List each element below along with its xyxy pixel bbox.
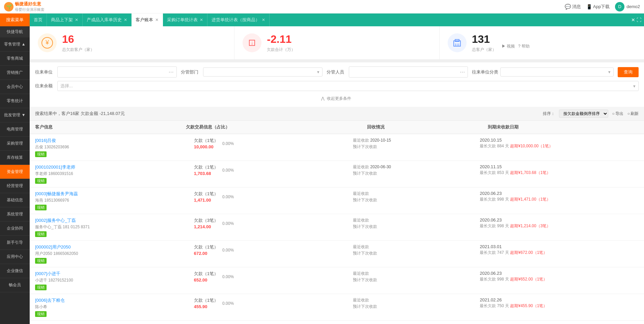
query-button[interactable]: 查询 <box>618 67 639 77</box>
sidebar-item-retail-mall[interactable]: 零售商城 <box>0 52 30 66</box>
collapse-bar[interactable]: ⋀ 收起更多条件 <box>35 94 639 103</box>
customer-name-2[interactable]: [0001020001]李老师 <box>35 164 194 170</box>
sort-select[interactable]: 按欠款金额倒序排序 <box>559 110 608 118</box>
maximize-icon[interactable]: ⛶ <box>637 17 641 23</box>
stat-value-debt: -2.11 <box>267 33 295 46</box>
sidebar-item-member[interactable]: 会员中心 <box>0 80 30 94</box>
tab-product-shelf[interactable]: 商品上下架 ✕ <box>47 13 83 26</box>
customer-name-5[interactable]: [000002]用户2050 <box>35 244 194 250</box>
sidebar-item-inventory[interactable]: 库存核算 <box>0 151 30 165</box>
recovery-next-1: 预计下次收款 <box>353 144 480 150</box>
refresh-btn[interactable]: ○ 刷新 <box>627 111 639 117</box>
overdue-link-6[interactable]: 超期¥652.00（1笔） <box>510 277 547 282</box>
filter-select-category[interactable]: ▾ <box>500 67 614 77</box>
filter-row-2: 往来余额 选择... ▾ <box>35 81 639 91</box>
customer-name-3[interactable]: [0003]畅捷服务尹海蕊 <box>35 191 194 197</box>
export-btn[interactable]: ○ 导出 <box>612 111 623 117</box>
tab-stock-stats[interactable]: 进货单统计表（按商品） ✕ <box>207 13 270 26</box>
customer-name-1[interactable]: [0016]吕俊 <box>35 138 194 144</box>
top-bar-right: 💬 消息 📱 App下载 D demo2 <box>565 2 640 11</box>
customer-name-4[interactable]: [0002]服务中心_丁磊 <box>35 217 194 224</box>
user-avatar[interactable]: D demo2 <box>615 2 640 11</box>
svg-text:¥: ¥ <box>45 39 49 46</box>
customer-cell-1: [0016]吕俊 吕俊 13026203696 现销 <box>35 138 194 157</box>
tab-inventory-history[interactable]: 产成品入库单历史 ✕ <box>83 13 132 26</box>
table-row: [000002]用户2050 用户2050 18665062050 现销 欠款（… <box>30 241 644 267</box>
overdue-link-3[interactable]: 超期¥1,471.00（1笔） <box>510 197 551 202</box>
recovery-date-1: 2020-10-15 <box>370 138 391 143</box>
stat-info-total: 131 总客户（家） <box>472 33 496 53</box>
debt-cell-1: 欠款（1笔） 10,000.00 0.00% <box>194 138 353 149</box>
export-icon: ○ <box>612 111 615 116</box>
customer-sub-7: 陈小希 <box>35 304 194 310</box>
customer-name-7[interactable]: [0006]去下粮仓 <box>35 297 194 303</box>
overdue-cell-6: 2020.06.23 最长欠款 998 天 超期¥652.00（1笔） <box>480 271 639 282</box>
filter-area: 往来单位 ··· 分管部门 ▾ <box>30 62 644 107</box>
tab-close-product-shelf[interactable]: ✕ <box>75 18 78 22</box>
sidebar-item-retail-stats[interactable]: 零售统计 <box>0 94 30 108</box>
stat-info-customers: 16 总欠款客户（家） <box>62 33 94 53</box>
tab-home[interactable]: 首页 <box>30 13 47 26</box>
filter-input-customer[interactable]: ··· <box>57 66 177 78</box>
tab-customer-ledger[interactable]: 客户账本 ✕ <box>132 13 163 26</box>
sidebar-item-retail-mgmt[interactable]: 零售管理 ▲ <box>0 37 30 52</box>
results-summary: 搜索结果中，客户16家 欠款金额 -21,148.07元 <box>35 111 125 117</box>
app-download-btn[interactable]: 📱 App下载 <box>586 4 610 10</box>
video-help-btn[interactable]: ▶ 视频 <box>502 43 515 49</box>
sidebar-item-basic-info[interactable]: 基础信息 <box>0 193 30 207</box>
tab-close-stock-stats[interactable]: ✕ <box>262 18 265 22</box>
overdue-link-7[interactable]: 超期¥455.90（1笔） <box>510 303 547 308</box>
sidebar-item-guide[interactable]: 新手引导 <box>0 236 30 250</box>
debt-count-6: 欠款（1笔） <box>194 271 218 277</box>
recovery-next-3: 预计下次收款 <box>353 197 480 203</box>
recovery-label-5: 最近收款 <box>353 244 369 249</box>
sidebar-item-marketing[interactable]: 营销推广 <box>0 66 30 80</box>
overdue-date-3: 2020.06.23 <box>480 191 639 196</box>
filter-row-1: 往来单位 ··· 分管部门 ▾ <box>35 66 639 78</box>
recovery-cell-7: 最近收款 预计下次收款 <box>353 297 480 310</box>
customer-sub-2: 李老师 18600391516 <box>35 171 194 177</box>
refresh-icon: ○ <box>627 111 630 116</box>
overdue-cell-5: 2021.03.01 最长欠款 747 天 超期¥672.00（1笔） <box>480 244 639 256</box>
sidebar-search-menu[interactable]: 搜索菜单 <box>0 13 30 26</box>
customer-sub-5: 用户2050 18665062050 <box>35 251 194 257</box>
debt-percent-4: 0.00% <box>222 221 234 226</box>
logo-area: 🌱 畅捷通好生意 母婴行业演示账套 <box>4 1 45 12</box>
sidebar-item-wholesale[interactable]: 批发管理 ▼ <box>0 108 30 122</box>
filter-select-dept[interactable]: ▾ <box>203 67 323 77</box>
overdue-link-2[interactable]: 超期¥1,703.68（1笔） <box>510 170 551 175</box>
overdue-link-4[interactable]: 超期¥1,214.00（3笔） <box>510 224 551 228</box>
sidebar-item-finance[interactable]: 资金管理 <box>0 165 30 179</box>
sidebar-item-enterprise[interactable]: 企业协同 <box>0 222 30 236</box>
recovery-cell-2: 最近收款2020-06-30 预计下次收款 <box>353 164 480 176</box>
overdue-date-2: 2020.11.15 <box>480 164 639 169</box>
tab-close-inventory-history[interactable]: ✕ <box>124 18 127 22</box>
sidebar-item-wechat[interactable]: 企业微信 <box>0 264 30 278</box>
sidebar-item-ecommerce[interactable]: 电商管理 <box>0 122 30 137</box>
overdue-link-1[interactable]: 超期¥10,000.00（1笔） <box>510 144 553 148</box>
customer-sub-3: 海燕 18513066976 <box>35 198 194 203</box>
filter-select-balance[interactable]: 选择... ▾ <box>57 81 639 91</box>
page-content: ¥ 16 总欠款客户（家） ↓ -2.11 欠款合计（万） <box>30 26 644 324</box>
sidebar-quick-nav[interactable]: 快捷导航 <box>0 26 30 37</box>
stat-card-debt: ↓ -2.11 欠款合计（万） <box>234 26 439 59</box>
sidebar-item-purchase[interactable]: 采购管理 <box>0 137 30 151</box>
sidebar-item-operations[interactable]: 经营管理 <box>0 179 30 193</box>
recovery-next-6: 预计下次收款 <box>353 277 480 283</box>
tab-close-customer-ledger[interactable]: ✕ <box>155 18 159 22</box>
doc-help-btn[interactable]: ? 帮助 <box>518 43 530 49</box>
debt-cell-2: 欠款（1笔） 1,703.68 0.00% <box>194 164 353 176</box>
close-all-icon[interactable]: ✕ <box>631 17 635 23</box>
sidebar-item-member2[interactable]: 畅会员 <box>0 278 30 292</box>
sidebar-item-app-center[interactable]: 应用中心 <box>0 250 30 264</box>
filter-input-person[interactable]: ··· <box>349 66 468 78</box>
overdue-link-5[interactable]: 超期¥672.00（1笔） <box>510 250 547 255</box>
customer-cell-3: [0003]畅捷服务尹海蕊 海燕 18513066976 现销 <box>35 191 194 210</box>
debt-cell-4: 欠款（3笔） 1,214.00 0.00% <box>194 217 353 229</box>
stat-card-total: 131 总客户（家） ▶ 视频 ? 帮助 <box>440 26 644 59</box>
sidebar-item-system[interactable]: 系统管理 <box>0 207 30 222</box>
message-btn[interactable]: 💬 消息 <box>565 4 581 10</box>
tab-purchase-order[interactable]: 采购订单统计表 ✕ <box>163 13 207 26</box>
customer-name-6[interactable]: [0007]小进千 <box>35 271 194 277</box>
tab-close-purchase-order[interactable]: ✕ <box>200 18 203 22</box>
